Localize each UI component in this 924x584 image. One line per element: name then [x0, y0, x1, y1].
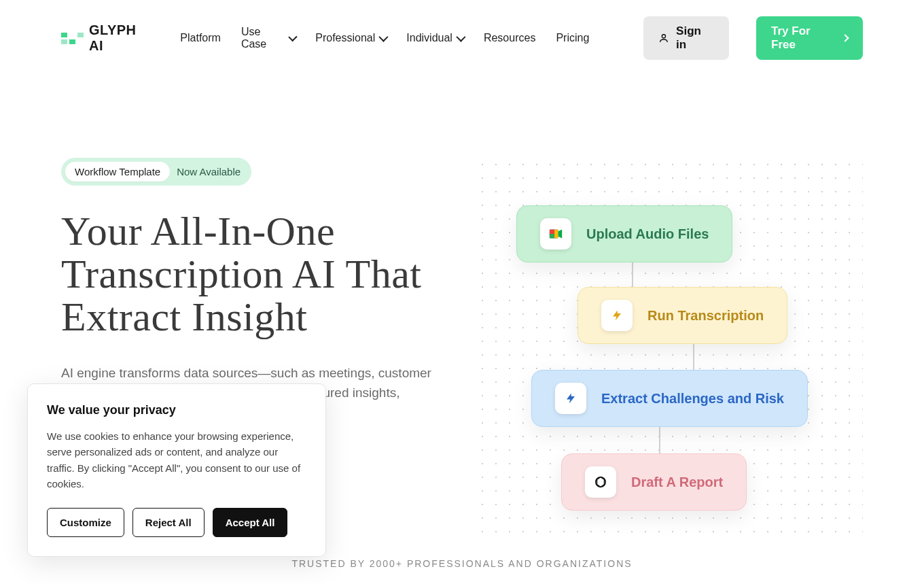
cookie-text: We use cookies to enhance your browsing …: [47, 428, 306, 492]
try-for-free-button[interactable]: Try For Free: [756, 16, 863, 60]
chevron-down-icon: [456, 33, 465, 42]
flow-connector: [693, 343, 694, 371]
cookie-banner: We value your privacy We use cookies to …: [27, 383, 326, 557]
cookie-reject-button[interactable]: Reject All: [132, 508, 205, 537]
nav-pricing[interactable]: Pricing: [556, 32, 589, 44]
signin-label: Sign in: [676, 24, 714, 52]
svg-rect-4: [554, 230, 558, 239]
chevron-right-icon: [841, 34, 849, 41]
cookie-title: We value your privacy: [47, 403, 306, 417]
nav-individual[interactable]: Individual: [406, 32, 463, 44]
try-for-free-label: Try For Free: [771, 24, 837, 52]
nav-pricing-label: Pricing: [556, 32, 589, 44]
brand-name: GLYPH AI: [89, 22, 153, 54]
flow-node-upload: Upload Audio Files: [516, 205, 732, 262]
nav-professional-label: Professional: [315, 32, 375, 44]
badge-text: Now Available: [177, 166, 241, 177]
cookie-customize-button[interactable]: Customize: [47, 508, 124, 537]
google-meet-icon: [540, 218, 571, 250]
nav-platform-label: Platform: [180, 32, 221, 44]
announcement-badge[interactable]: Workflow Template Now Available: [61, 158, 251, 186]
flow-node-label: Run Transcription: [647, 308, 764, 324]
nav-resources[interactable]: Resources: [484, 32, 535, 44]
nav-individual-label: Individual: [406, 32, 452, 44]
nav-usecase[interactable]: Use Case: [241, 26, 295, 50]
header: GLYPH AI Platform Use Case Professional …: [0, 0, 924, 76]
trusted-by-text: TRUSTED BY 2000+ PROFESSIONALS AND ORGAN…: [0, 558, 924, 569]
user-icon: [658, 33, 669, 44]
svg-point-0: [662, 35, 666, 38]
flow-connector: [659, 426, 660, 454]
flow-node-report: Draft A Report: [561, 453, 747, 511]
svg-rect-2: [550, 230, 554, 234]
badge-pill: Workflow Template: [65, 162, 170, 182]
workflow-diagram: Upload Audio Files Run Transcription Ext…: [476, 158, 863, 538]
nav: Platform Use Case Professional Individua…: [180, 26, 589, 50]
nav-resources-label: Resources: [484, 32, 535, 44]
openai-icon: [585, 466, 616, 498]
flow-node-label: Extract Challenges and Risk: [601, 391, 784, 407]
flow-node-extract: Extract Challenges and Risk: [531, 370, 808, 427]
logo[interactable]: GLYPH AI: [61, 22, 153, 54]
chevron-down-icon: [379, 33, 389, 42]
nav-platform[interactable]: Platform: [180, 32, 221, 44]
page-title: Your All-In-One Transcription AI That Ex…: [61, 210, 448, 339]
cookie-button-row: Customize Reject All Accept All: [47, 508, 306, 537]
nav-professional[interactable]: Professional: [315, 32, 386, 44]
cookie-accept-button[interactable]: Accept All: [213, 508, 288, 537]
signin-button[interactable]: Sign in: [643, 16, 729, 60]
flow-node-label: Draft A Report: [631, 475, 723, 490]
chevron-down-icon: [288, 33, 298, 42]
nav-usecase-label: Use Case: [241, 26, 285, 50]
flow-connector: [632, 260, 633, 288]
logo-icon: [61, 33, 84, 44]
flow-node-transcription: Run Transcription: [578, 287, 787, 344]
flow-node-label: Upload Audio Files: [586, 226, 709, 242]
bolt-icon: [601, 300, 633, 331]
svg-rect-3: [550, 234, 554, 238]
bolt-icon: [555, 383, 586, 414]
